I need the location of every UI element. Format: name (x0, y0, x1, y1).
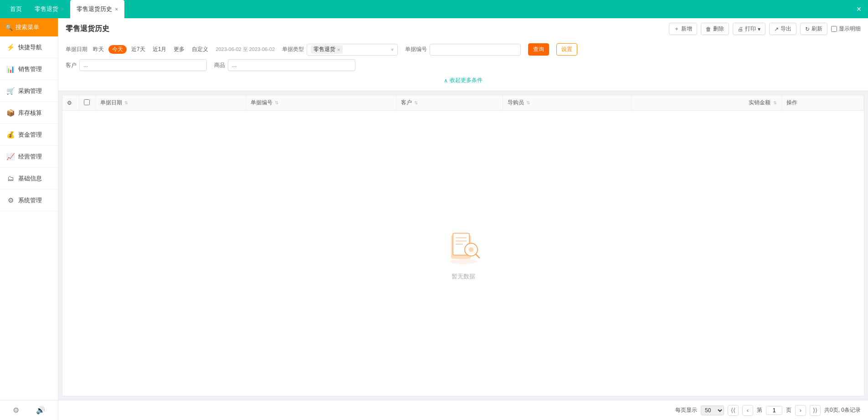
col-action-label: 操作 (786, 99, 797, 106)
operations-icon: 📈 (6, 153, 15, 161)
delete-icon: 🗑 (706, 26, 711, 32)
prev-page-button[interactable]: ‹ (742, 405, 753, 416)
purchase-icon: 🛒 (6, 87, 15, 95)
add-icon: ＋ (674, 25, 679, 33)
table-section: ⚙ 单据日期 ⇅ 单据编号 ⇅ (62, 95, 864, 396)
tab-list: 首页 零售退货 × 零售退货历史 × (4, 0, 850, 18)
tab-home-label: 首页 (10, 5, 22, 13)
select-all-checkbox[interactable] (84, 99, 90, 105)
col-settings: ⚙ (62, 95, 79, 111)
sidebar: 🔍 搜索菜单 ⚡ 快捷导航 📊 销售管理 🛒 采购管理 📦 库存核算 💰 (0, 18, 58, 420)
settings-bottom-icon[interactable]: ⚙ (13, 406, 19, 415)
next-page-button[interactable]: › (795, 405, 806, 416)
col-guide: 导购员 ⇅ (503, 95, 631, 111)
date-buttons: 昨天 今天 近7天 近1月 更多 自定义 (90, 45, 211, 54)
col-checkbox (79, 95, 95, 111)
col-date-label: 单据日期 (100, 99, 122, 106)
page-actions: ＋ 新增 🗑 删除 🖨 打印 ▾ ↗ 导出 (669, 23, 861, 35)
col-amount-sort[interactable]: ⇅ (773, 100, 777, 105)
tab-retail-return-close[interactable]: × (61, 6, 64, 12)
date-7days[interactable]: 近7天 (128, 45, 148, 54)
add-label: 新增 (681, 25, 692, 33)
page-size-select[interactable]: 10 20 50 100 (701, 405, 724, 415)
col-guide-sort[interactable]: ⇅ (526, 100, 530, 105)
sidebar-item-operations[interactable]: 📈 经营管理 (0, 146, 58, 168)
sidebar-item-sales[interactable]: 📊 销售管理 (0, 58, 58, 80)
settings-button[interactable]: 设置 (556, 43, 577, 56)
refresh-label: 刷新 (812, 25, 822, 33)
date-range-display: 2023-06-02 至 2023-06-02 (216, 46, 275, 53)
sidebar-search[interactable]: 🔍 搜索菜单 (0, 18, 58, 36)
svg-point-0 (450, 259, 477, 264)
col-customer-sort[interactable]: ⇅ (414, 100, 418, 105)
export-label: 导出 (781, 25, 791, 33)
sidebar-item-quick-nav-label: 快捷导航 (18, 43, 42, 51)
page-number-input[interactable] (766, 406, 782, 415)
col-voucher-no: 单据编号 ⇅ (246, 95, 396, 111)
page-title: 零售退货历史 (66, 24, 109, 34)
date-yesterday[interactable]: 昨天 (90, 45, 107, 54)
col-customer: 客户 ⇅ (396, 95, 503, 111)
show-detail-checkbox[interactable]: 显示明细 (831, 25, 861, 33)
sidebar-item-basic-info[interactable]: 🗂 基础信息 (0, 168, 58, 190)
finance-icon: 💰 (6, 131, 15, 139)
collapse-button[interactable]: ∧ 收起更多条件 (444, 75, 483, 88)
sidebar-item-inventory[interactable]: 📦 库存核算 (0, 102, 58, 124)
query-label: 查询 (533, 46, 544, 53)
sidebar-item-finance[interactable]: 💰 资金管理 (0, 124, 58, 146)
goods-filter: 商品 (214, 59, 355, 71)
empty-state-text: 暂无数据 (452, 272, 475, 281)
col-amount: 实销金额 ⇅ (631, 95, 781, 111)
volume-icon[interactable]: 🔊 (36, 406, 45, 415)
system-icon: ⚙ (6, 196, 15, 205)
date-today[interactable]: 今天 (108, 45, 127, 54)
col-action: 操作 (781, 95, 863, 111)
voucher-type-filter: 单据类型 零售退货 × ▾ (282, 44, 398, 56)
sidebar-bottom: ⚙ 🔊 (0, 400, 58, 420)
show-detail-input[interactable] (831, 26, 837, 32)
query-button[interactable]: 查询 (528, 43, 549, 56)
collapse-label: 收起更多条件 (450, 77, 483, 84)
tab-retail-return-history-close[interactable]: × (115, 6, 118, 12)
sidebar-item-quick-nav[interactable]: ⚡ 快捷导航 (0, 36, 58, 58)
col-date-sort[interactable]: ⇅ (124, 100, 128, 105)
last-page-button[interactable]: ⟩⟩ (810, 405, 821, 416)
sales-icon: 📊 (6, 65, 15, 73)
voucher-no-label: 单据编号 (405, 46, 427, 53)
sidebar-item-sales-label: 销售管理 (18, 65, 42, 73)
tab-home[interactable]: 首页 (4, 0, 28, 18)
settings-label: 设置 (561, 46, 572, 53)
customer-filter: 客户 (66, 59, 207, 71)
top-bar: 首页 零售退货 × 零售退货历史 × × (0, 0, 868, 18)
export-button[interactable]: ↗ 导出 (769, 23, 796, 35)
voucher-type-select[interactable]: 零售退货 × ▾ (307, 44, 398, 56)
goods-input[interactable] (228, 59, 355, 71)
refresh-button[interactable]: ↻ 刷新 (800, 23, 827, 35)
filter-row-1: 单据日期 昨天 今天 近7天 近1月 更多 自定义 2023-06-02 至 2… (66, 43, 861, 56)
customer-input[interactable] (79, 59, 207, 71)
tab-retail-return[interactable]: 零售退货 × (28, 0, 70, 18)
search-icon: 🔍 (5, 24, 13, 31)
first-page-button[interactable]: ⟨⟨ (728, 405, 739, 416)
sidebar-item-system[interactable]: ⚙ 系统管理 (0, 190, 58, 211)
date-custom[interactable]: 自定义 (189, 45, 211, 54)
window-close-button[interactable]: × (850, 0, 868, 18)
sidebar-item-finance-label: 资金管理 (18, 131, 42, 139)
tab-retail-return-history[interactable]: 零售退货历史 × (70, 0, 124, 18)
date-1month[interactable]: 近1月 (150, 45, 169, 54)
quick-nav-icon: ⚡ (6, 43, 15, 51)
col-voucher-sort[interactable]: ⇅ (275, 100, 278, 105)
voucher-type-tag-close[interactable]: × (337, 47, 340, 52)
refresh-icon: ↻ (805, 26, 810, 32)
print-dropdown-icon: ▾ (758, 26, 760, 32)
voucher-no-input[interactable] (430, 44, 521, 56)
sidebar-item-purchase[interactable]: 🛒 采购管理 (0, 80, 58, 102)
add-button[interactable]: ＋ 新增 (669, 23, 697, 35)
table-settings-icon[interactable]: ⚙ (67, 100, 72, 106)
empty-state-illustration (443, 226, 484, 267)
date-more[interactable]: 更多 (171, 45, 187, 54)
print-button[interactable]: 🖨 打印 ▾ (733, 23, 765, 35)
delete-button[interactable]: 🗑 删除 (701, 23, 729, 35)
goods-label: 商品 (214, 61, 225, 69)
voucher-type-tag: 零售退货 × (311, 45, 343, 54)
